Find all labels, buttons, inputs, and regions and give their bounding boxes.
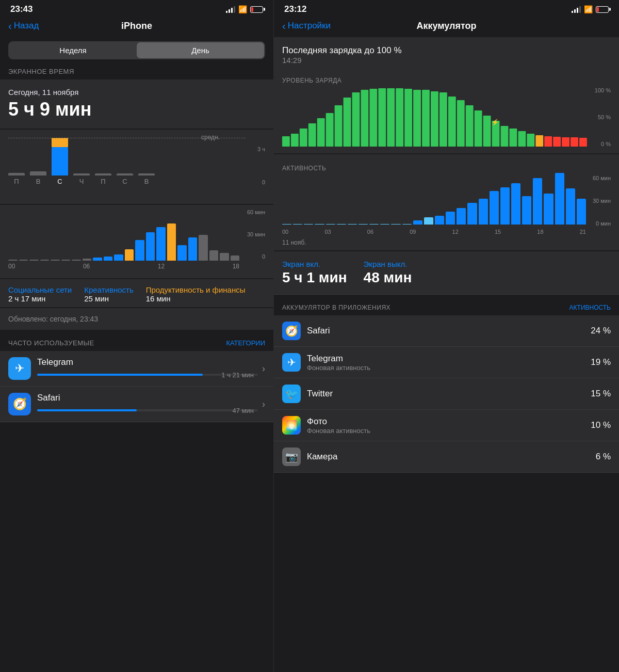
svg-rect-0: [282, 136, 290, 147]
safari-time: 47 мин: [233, 407, 254, 414]
activity-chart: АКТИВНОСТЬ: [274, 154, 619, 250]
safari-battery-icon: 🧭: [282, 322, 301, 340]
battery-level: [251, 7, 253, 12]
activity-x-labels: 00 03 06 09 12 15 18 21: [282, 227, 586, 239]
weekly-y-bot: 0: [262, 179, 265, 185]
screen-time-total: 5 ч 9 мин: [8, 99, 265, 120]
safari-battery-name: Safari: [307, 326, 591, 336]
twitter-battery-percent: 15 %: [591, 389, 611, 399]
signal-icon: [226, 6, 235, 13]
bar-с2: С: [117, 173, 133, 185]
act-x-6: 06: [367, 229, 373, 235]
act-x-15: 15: [495, 229, 501, 235]
category-social-time: 2 ч 17 мин: [8, 294, 72, 303]
svg-rect-11: [378, 88, 386, 147]
svg-rect-31: [544, 136, 552, 147]
act-y-bot: 0 мин: [596, 220, 611, 227]
frequent-title: ЧАСТО ИСПОЛЬЗУЕМЫЕ: [8, 339, 94, 347]
camera-battery-info: Камера: [307, 452, 596, 462]
activity-date: 11 нояб.: [282, 239, 586, 250]
svg-rect-14: [404, 89, 412, 147]
svg-rect-29: [527, 134, 534, 147]
hourly-x-12: 12: [158, 263, 165, 270]
hourly-x-0: 00: [8, 263, 15, 270]
svg-rect-22: [475, 110, 482, 147]
telegram-bar: [37, 374, 203, 376]
svg-rect-13: [396, 88, 403, 147]
bar-ч: Ч: [73, 173, 90, 185]
right-status-bar: 23:12 📶: [274, 0, 619, 17]
svg-rect-2: [300, 129, 307, 147]
last-charge-title: Последняя зарядка до 100 %: [282, 45, 611, 56]
battery-app-telegram: ✈ Telegram Фоновая активность 19 %: [274, 347, 619, 378]
left-nav-bar: ‹ Назад iPhone: [0, 17, 273, 37]
telegram-battery-sub: Фоновая активность: [307, 364, 591, 372]
hourly-x-6: 06: [83, 263, 90, 270]
telegram-bar-wrap: 1 ч 21 мин: [37, 370, 258, 380]
safari-left-icon: 🧭: [8, 393, 31, 415]
svg-rect-4: [317, 118, 325, 147]
svg-rect-15: [413, 90, 421, 147]
activity-bars-row: [282, 175, 586, 227]
svg-rect-16: [422, 90, 430, 147]
segment-control: Неделя День: [8, 41, 265, 59]
twitter-battery-icon: 🐦: [282, 385, 301, 403]
svg-rect-26: [510, 129, 517, 147]
battery-level-chart: ⚡ 100 % 50 % 0 %: [282, 87, 611, 149]
category-creative: Креативность 25 мин: [84, 285, 133, 303]
svg-rect-30: [535, 135, 543, 147]
svg-text:⚡: ⚡: [491, 118, 499, 126]
svg-rect-5: [326, 113, 334, 147]
battery-app-twitter: 🐦 Twitter 15 %: [274, 378, 619, 410]
svg-rect-7: [344, 98, 351, 147]
weekly-bars-row: П В С: [8, 134, 246, 196]
telegram-chevron-icon: ›: [262, 363, 265, 374]
battery-section: Последняя зарядка до 100 % 14:29 УРОВЕНЬ…: [274, 37, 619, 153]
weekly-y-labels: 3 ч 0: [246, 134, 265, 196]
charge-y-0: 0 %: [601, 141, 611, 147]
svg-rect-3: [308, 123, 316, 147]
svg-rect-32: [553, 137, 561, 147]
right-nav-title: Аккумулятор: [416, 21, 476, 31]
weekly-y-top: 3 ч: [257, 146, 265, 152]
battery-apps-action[interactable]: АКТИВНОСТЬ: [569, 304, 611, 311]
act-y-mid: 30 мин: [593, 198, 611, 204]
telegram-icon: ✈: [8, 357, 31, 380]
categories-action[interactable]: КАТЕГОРИИ: [226, 339, 265, 347]
app-item-safari[interactable]: 🧭 Safari 47 мин ›: [0, 387, 273, 422]
telegram-battery-info: Telegram Фоновая активность: [307, 354, 591, 372]
battery-apps-header: АККУМУЛЯТОР В ПРИЛОЖЕНИЯХ АКТИВНОСТЬ: [274, 296, 619, 315]
act-x-9: 09: [410, 229, 416, 235]
segment-week[interactable]: Неделя: [9, 42, 137, 58]
right-nav-bar: ‹ Настройки Аккумулятор: [274, 17, 619, 37]
camera-battery-icon: 📷: [282, 447, 301, 466]
svg-rect-19: [448, 97, 456, 147]
telegram-battery-percent: 19 %: [591, 357, 611, 367]
act-y-top: 60 мин: [593, 175, 611, 181]
charge-y-labels: 100 % 50 % 0 %: [588, 87, 611, 149]
svg-rect-8: [352, 92, 360, 147]
frequent-section-header: ЧАСТО ИСПОЛЬЗУЕМЫЕ КАТЕГОРИИ: [0, 331, 273, 351]
hourly-x-18: 18: [233, 263, 239, 270]
left-back-button[interactable]: ‹ Назад: [8, 21, 39, 31]
bar-п1: П: [8, 173, 25, 185]
right-back-button[interactable]: ‹ Настройки: [282, 21, 331, 31]
screen-off-label: Экран выкл.: [364, 260, 412, 268]
left-panel: 23:43 📶 ‹ Назад iPhone Неделя День ЭКРАН…: [0, 0, 273, 672]
category-social-name: Социальные сети: [8, 285, 72, 294]
screen-time-section: Сегодня, 11 ноября 5 ч 9 мин: [0, 79, 273, 129]
safari-battery-info: Safari: [307, 326, 591, 336]
hourly-chart: 00 06 12 18 60 мин 30 мин 0: [0, 205, 273, 278]
category-creative-time: 25 мин: [84, 294, 133, 303]
safari-bar-wrap: 47 мин: [37, 405, 258, 415]
right-wifi-icon: 📶: [584, 5, 593, 13]
hourly-y-labels: 60 мин 30 мин 0: [239, 209, 265, 270]
avg-line: [8, 138, 246, 138]
hourly-y-top: 60 мин: [247, 209, 265, 215]
right-back-label: Настройки: [288, 21, 331, 31]
screen-off-value: 48 мин: [364, 269, 412, 286]
left-status-icons: 📶: [226, 5, 263, 13]
app-item-telegram[interactable]: ✈ Telegram 1 ч 21 мин ›: [0, 351, 273, 387]
svg-rect-12: [387, 88, 395, 147]
segment-day[interactable]: День: [137, 42, 264, 58]
